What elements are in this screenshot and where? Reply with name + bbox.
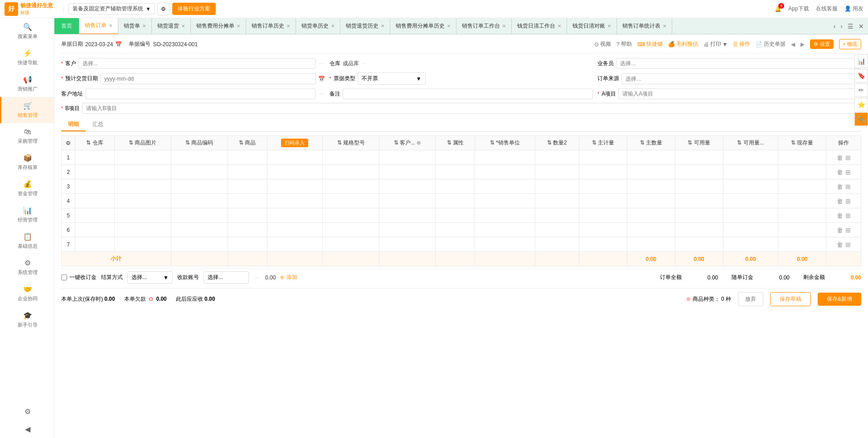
invoice-select[interactable]: 不开票 ▼ bbox=[358, 72, 426, 85]
sidebar-item-marketing[interactable]: 📢营销推广 bbox=[0, 71, 54, 97]
sidebar-item-system[interactable]: ⚙系统管理 bbox=[0, 254, 54, 280]
customer-more-btn[interactable]: ··· bbox=[318, 60, 325, 67]
copy-row-icon[interactable]: ⊞ bbox=[845, 226, 851, 234]
sidebar-item-inventory[interactable]: 📦库存核算 bbox=[0, 149, 54, 175]
delete-row-icon[interactable]: 🗑 bbox=[837, 241, 843, 248]
sidebar-item-operation[interactable]: 📊经营管理 bbox=[0, 202, 54, 228]
tab-receivable_workbench[interactable]: 钱货日清工作台✕ bbox=[512, 18, 567, 34]
scan-btn[interactable]: 扫码录入 bbox=[281, 139, 308, 147]
tab-sales_return[interactable]: 销货单✕ bbox=[118, 18, 152, 34]
copy-row-icon[interactable]: ⊞ bbox=[845, 168, 851, 176]
notification-bell[interactable]: 🔔 9 bbox=[775, 6, 781, 12]
shortcut-btn[interactable]: ⌨ 快捷键 bbox=[637, 40, 663, 48]
profit-btn[interactable]: 🍊 毛利预估 bbox=[668, 40, 698, 48]
sidebar-item-purchase[interactable]: 🛍采购管理 bbox=[0, 123, 54, 149]
account-select[interactable]: 选择... bbox=[204, 271, 249, 284]
tab-sales_stats[interactable]: 销售订单统计表✕ bbox=[617, 18, 672, 34]
app-selector[interactable]: 装备及固定资产辅助管理系统 ▼ bbox=[68, 3, 155, 14]
copy-row-icon[interactable]: ⊞ bbox=[845, 197, 851, 205]
delete-row-icon[interactable]: 🗑 bbox=[837, 154, 843, 161]
customer-addr-input[interactable] bbox=[85, 88, 315, 99]
sidebar-item-basic[interactable]: 📋基础信息 bbox=[0, 228, 54, 254]
side-btn-2[interactable]: 🔖 bbox=[854, 69, 868, 82]
customer-addr-more-btn[interactable]: ··· bbox=[318, 91, 325, 97]
online-support-link[interactable]: 在线客服 bbox=[816, 5, 838, 13]
sidebar-item-enterprise[interactable]: 🤝企业协同 bbox=[0, 280, 54, 307]
tab-sales_expense_split[interactable]: 销售费用分摊单✕ bbox=[191, 18, 246, 34]
delete-row-icon[interactable]: 🗑 bbox=[837, 226, 843, 234]
prev-record-btn[interactable]: ◀ bbox=[791, 41, 795, 48]
tab-close-sales_order[interactable]: ✕ bbox=[109, 23, 112, 28]
copy-row-icon[interactable]: ⊞ bbox=[845, 183, 851, 190]
add-payment-btn[interactable]: ⊕ 添加 bbox=[280, 274, 297, 281]
delete-row-icon[interactable]: 🗑 bbox=[837, 197, 843, 205]
discard-btn[interactable]: 放弃 bbox=[738, 292, 763, 306]
th-settings[interactable]: ⚙ bbox=[62, 136, 75, 150]
copy-row-icon[interactable]: ⊞ bbox=[845, 241, 851, 248]
operations-btn[interactable]: ☰ 操作 bbox=[733, 40, 750, 48]
sidebar-item-collapse[interactable]: ◀ bbox=[0, 420, 54, 438]
sidebar-item-guide[interactable]: 🎓新手引导 bbox=[0, 307, 54, 333]
tab-close-sales_return_history[interactable]: ✕ bbox=[331, 24, 335, 29]
tab-next-btn[interactable]: › bbox=[839, 22, 844, 31]
side-btn-3[interactable]: ✏ bbox=[854, 83, 868, 97]
tab-close-all-btn[interactable]: ✕ bbox=[857, 22, 866, 31]
side-btn-5[interactable]: 📎 bbox=[854, 112, 868, 126]
settings-float-btn[interactable]: ⚙ 设置 bbox=[810, 39, 833, 49]
one-click-checkbox[interactable] bbox=[61, 274, 67, 280]
app-download-link[interactable]: App下载 bbox=[788, 5, 809, 13]
settings-icon[interactable]: ⚙ bbox=[157, 3, 170, 15]
tab-close-sales_order_workbench[interactable]: ✕ bbox=[502, 24, 506, 29]
tab-sales_refund[interactable]: 销货退货✕ bbox=[152, 18, 191, 34]
sidebar-item-search[interactable]: 🔍搜索菜单 bbox=[0, 18, 54, 44]
detail-tab-summary[interactable]: 汇总 bbox=[86, 118, 110, 131]
next-record-btn[interactable]: ▶ bbox=[800, 41, 805, 48]
staff-input[interactable] bbox=[616, 58, 861, 69]
help-btn[interactable]: ? 帮助 bbox=[616, 40, 632, 48]
delete-row-icon[interactable]: 🗑 bbox=[837, 168, 843, 176]
save-draft-btn[interactable]: 保存草稿 bbox=[770, 292, 811, 306]
delivery-date-input[interactable] bbox=[100, 73, 316, 84]
view-btn[interactable]: ⊙ 视频 bbox=[594, 40, 611, 48]
tab-close-sales_refund[interactable]: ✕ bbox=[181, 24, 185, 29]
sidebar-item-quicknav[interactable]: ⚡快捷导航 bbox=[0, 44, 54, 71]
note-input[interactable] bbox=[343, 88, 593, 99]
tab-close-sales_refund_history[interactable]: ✕ bbox=[381, 24, 384, 29]
tab-sales_expense_history[interactable]: 销售费用分摊单历史✕ bbox=[390, 18, 456, 34]
tab-home[interactable]: 首页 bbox=[54, 18, 79, 34]
order-source-input[interactable] bbox=[621, 73, 861, 84]
copy-row-icon[interactable]: ⊞ bbox=[845, 154, 851, 161]
sidebar-item-settings[interactable]: ⚙ bbox=[0, 403, 54, 420]
industry-btn[interactable]: 体验行业方案 bbox=[172, 3, 216, 15]
tab-close-sales_expense_history[interactable]: ✕ bbox=[447, 24, 451, 29]
tab-close-sales_expense_split[interactable]: ✕ bbox=[237, 24, 240, 29]
delete-row-icon[interactable]: 🗑 bbox=[837, 183, 843, 190]
tab-close-sales_return[interactable]: ✕ bbox=[142, 24, 146, 29]
tab-sales_order_history[interactable]: 销售订单历史✕ bbox=[246, 18, 296, 34]
tab-menu-btn[interactable]: ☰ bbox=[846, 22, 855, 31]
user-avatar[interactable]: 👤 用友 bbox=[844, 5, 863, 13]
detail-tab-detail[interactable]: 明细 bbox=[61, 118, 86, 131]
tab-close-receivable_reconcile[interactable]: ✕ bbox=[607, 24, 611, 29]
tab-close-sales_order_history[interactable]: ✕ bbox=[286, 24, 290, 29]
project-b-input[interactable] bbox=[82, 103, 861, 114]
tab-sales_order_workbench[interactable]: 销售订单工作台✕ bbox=[456, 18, 512, 34]
warehouse-more-btn[interactable]: ··· bbox=[361, 60, 369, 67]
delete-row-icon[interactable]: 🗑 bbox=[837, 212, 843, 219]
side-btn-4[interactable]: ⭐ bbox=[854, 98, 868, 111]
sidebar-item-finance[interactable]: 💰资金管理 bbox=[0, 175, 54, 202]
project-a-input[interactable] bbox=[618, 88, 861, 99]
tab-receivable_reconcile[interactable]: 钱货日清对账✕ bbox=[567, 18, 617, 34]
side-btn-1[interactable]: 📊 bbox=[854, 54, 868, 68]
tab-sales_refund_history[interactable]: 销货退货历史✕ bbox=[340, 18, 390, 34]
print-btn[interactable]: 🖨 打印 ▼ bbox=[703, 40, 728, 48]
tab-close-sales_stats[interactable]: ✕ bbox=[663, 24, 666, 29]
logistics-float-btn[interactable]: + 物流 bbox=[839, 39, 861, 49]
save-new-btn[interactable]: 保存&新增 bbox=[818, 293, 861, 306]
tab-prev-btn[interactable]: ‹ bbox=[832, 22, 838, 31]
sidebar-item-sales[interactable]: 🛒销售管理 bbox=[0, 97, 54, 123]
copy-row-icon[interactable]: ⊞ bbox=[845, 212, 851, 219]
tab-sales_return_history[interactable]: 销货单历史✕ bbox=[296, 18, 340, 34]
settlement-select[interactable]: 选择... ▼ bbox=[127, 271, 173, 284]
customer-input[interactable] bbox=[78, 58, 315, 69]
